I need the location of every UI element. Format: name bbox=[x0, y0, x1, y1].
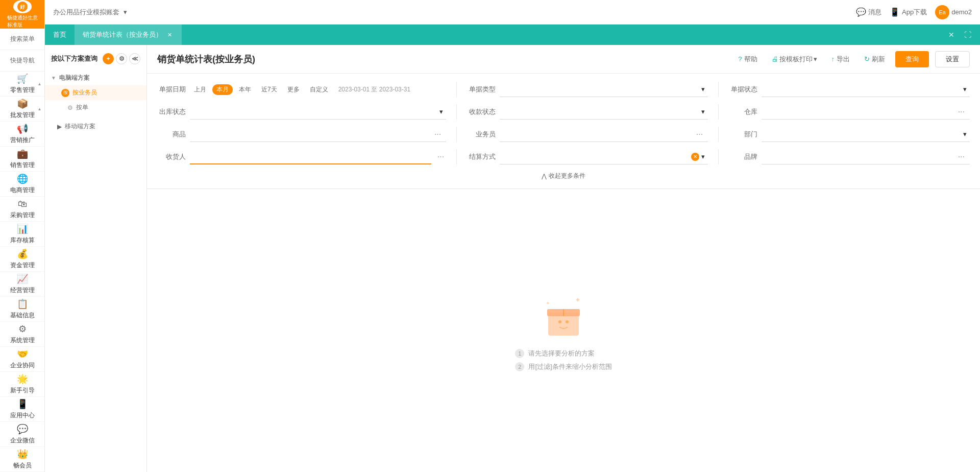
message-label: 消息 bbox=[868, 8, 881, 17]
refresh-btn[interactable]: ↻ 刷新 bbox=[860, 53, 889, 66]
goods-select[interactable]: ··· bbox=[190, 127, 446, 142]
date-tabs: 上月 本月 本年 近7天 更多 自定义 bbox=[190, 84, 332, 95]
sidebar-item-label-member: 畅会员 bbox=[13, 461, 32, 470]
filter-doc-status: 单据状态 ▾ bbox=[729, 82, 970, 97]
panel-node-order[interactable]: ⚙ 按单 bbox=[45, 100, 146, 115]
export-btn[interactable]: ↑ 导出 bbox=[827, 53, 854, 66]
panel-add-btn[interactable]: + bbox=[103, 53, 114, 64]
sidebar-item-finance[interactable]: 💰 资金管理 bbox=[0, 247, 45, 272]
settlement-clear-btn[interactable]: ✕ bbox=[691, 153, 699, 161]
tab-close-icon[interactable]: ✕ bbox=[165, 31, 174, 39]
user-profile[interactable]: Ea demo2 bbox=[935, 5, 972, 19]
doc-type-select[interactable]: ▾ bbox=[500, 82, 708, 97]
date-tab-thismonth[interactable]: 本月 bbox=[212, 84, 233, 95]
date-tab-7days[interactable]: 近7天 bbox=[257, 84, 281, 95]
sidebar-item-inventory[interactable]: 📊 库存核算 bbox=[0, 222, 45, 247]
section-arrow-right-icon: ▶ bbox=[57, 123, 62, 130]
sidebar-search[interactable]: 搜索菜单 bbox=[0, 29, 45, 50]
divider6 bbox=[718, 127, 719, 142]
date-tab-lastmonth[interactable]: 上月 bbox=[190, 84, 210, 95]
sidebar-item-newbie[interactable]: 🌟 新手引导 bbox=[0, 372, 45, 397]
sidebar-item-system[interactable]: ⚙ 系统管理 bbox=[0, 322, 45, 347]
app-logo: 好 畅捷通好生意标准版 bbox=[0, 0, 45, 29]
out-status-select[interactable]: ▾ bbox=[190, 104, 446, 120]
recipient-input[interactable] bbox=[190, 149, 431, 164]
date-tab-custom[interactable]: 自定义 bbox=[306, 84, 332, 95]
collapse-more-btn[interactable]: ⋀ 收起更多条件 bbox=[157, 172, 970, 180]
date-tab-thisyear[interactable]: 本年 bbox=[235, 84, 255, 95]
filter-doc-type: 单据类型 ▾ bbox=[467, 82, 708, 97]
sidebar-item-management[interactable]: 📈 经营管理 bbox=[0, 272, 45, 297]
panel-header-title: 按以下方案查询 bbox=[51, 54, 97, 63]
date-tab-more[interactable]: 更多 bbox=[283, 84, 304, 95]
divider3 bbox=[456, 104, 457, 120]
settings-button[interactable]: 设置 bbox=[935, 51, 970, 67]
empty-icon: ✦ ✦ bbox=[538, 290, 589, 341]
dropdown-icon[interactable]: ▾ bbox=[124, 8, 127, 16]
sidebar-item-wholesale[interactable]: 📦 批发管理 bbox=[0, 97, 45, 122]
app-download-btn[interactable]: 📱 App下载 bbox=[890, 7, 927, 17]
tip-text-2: 用[过滤]条件来缩小分析范围 bbox=[528, 362, 611, 371]
tab-sales-report[interactable]: 销货单统计表（按业务员） ✕ bbox=[75, 25, 182, 45]
settlement-select[interactable]: ✕ ▾ bbox=[500, 149, 708, 164]
tip-num-1: 1 bbox=[515, 349, 524, 358]
help-btn[interactable]: ? 帮助 bbox=[734, 53, 761, 66]
search-label: 搜索菜单 bbox=[10, 35, 35, 43]
system-icon: ⚙ bbox=[18, 323, 27, 335]
salesperson-dots-icon[interactable]: ··· bbox=[694, 130, 705, 139]
newbie-icon: 🌟 bbox=[17, 373, 28, 385]
ecommerce-icon: 🌐 bbox=[17, 173, 28, 184]
sidebar-item-basic-info[interactable]: 📋 基础信息 bbox=[0, 297, 45, 322]
sidebar-item-marketing[interactable]: 📢 营销推广 bbox=[0, 122, 45, 147]
goods-dots-icon[interactable]: ··· bbox=[432, 130, 443, 139]
sidebar-item-label-inventory: 库存核算 bbox=[10, 236, 35, 245]
avatar: Ea bbox=[935, 5, 949, 19]
sidebar-item-purchase[interactable]: 🛍 采购管理 bbox=[0, 197, 45, 222]
doc-status-select[interactable]: ▾ bbox=[762, 82, 970, 97]
sidebar-item-wechat[interactable]: 💬 企业微信 bbox=[0, 422, 45, 447]
doc-type-label: 单据类型 bbox=[467, 85, 496, 94]
brand-select[interactable]: ··· bbox=[762, 149, 970, 164]
salesperson-select[interactable]: ··· bbox=[500, 127, 708, 142]
order-node-icon: ⚙ bbox=[67, 104, 73, 111]
panel-node-order-label: 按单 bbox=[76, 103, 88, 112]
message-btn[interactable]: 💬 消息 bbox=[856, 7, 881, 17]
filter-row-2: 出库状态 ▾ 收款状态 ▾ bbox=[157, 104, 970, 120]
brand-dots-icon[interactable]: ··· bbox=[956, 152, 967, 161]
sidebar-item-label-sales: 销售管理 bbox=[10, 161, 35, 170]
warehouse-select[interactable]: ··· bbox=[762, 104, 970, 120]
panel-settings-btn[interactable]: ⚙ bbox=[116, 53, 127, 64]
window-expand-btn[interactable]: ⛶ bbox=[962, 29, 974, 41]
sidebar-item-sales[interactable]: 💼 销售管理 bbox=[0, 147, 45, 172]
department-select[interactable]: ▾ bbox=[762, 127, 970, 142]
print-btn[interactable]: 🖨 按模板打印 ▾ bbox=[768, 53, 821, 66]
panel-section-desktop: ▼ 电脑端方案 按 按业务员 ⚙ 按单 bbox=[45, 68, 146, 117]
panel-collapse-btn[interactable]: ≪ bbox=[129, 53, 140, 64]
filter-receipt-status: 收款状态 ▾ bbox=[467, 104, 708, 120]
svg-text:好: 好 bbox=[19, 4, 26, 10]
receipt-status-label: 收款状态 bbox=[467, 107, 496, 116]
receipt-status-select[interactable]: ▾ bbox=[500, 104, 708, 120]
sidebar: 好 畅捷通好生意标准版 搜索菜单 快捷导航 🛒 零售管理 📦 批发管理 📢 营销… bbox=[0, 0, 45, 472]
settlement-label: 结算方式 bbox=[467, 152, 496, 161]
panel-section-desktop-header[interactable]: ▼ 电脑端方案 bbox=[45, 70, 146, 85]
date-label: 单据日期 bbox=[157, 85, 186, 94]
wechat-icon: 💬 bbox=[17, 423, 28, 435]
sidebar-quick[interactable]: 快捷导航 bbox=[0, 50, 45, 72]
window-close-btn[interactable]: ✕ bbox=[945, 29, 958, 41]
doc-status-dropdown-icon: ▾ bbox=[963, 85, 967, 93]
tab-home[interactable]: 首页 bbox=[45, 25, 75, 45]
sidebar-item-enterprise[interactable]: 🤝 企业协同 bbox=[0, 347, 45, 372]
panel-node-salesperson[interactable]: 按 按业务员 bbox=[45, 85, 146, 100]
warehouse-dots-icon[interactable]: ··· bbox=[956, 107, 967, 116]
panel-section-mobile-header[interactable]: ▶ 移动端方案 bbox=[45, 119, 146, 134]
section-arrow-down-icon: ▼ bbox=[51, 75, 56, 81]
sidebar-item-app-center[interactable]: 📱 应用中心 bbox=[0, 397, 45, 422]
sidebar-item-member[interactable]: 👑 畅会员 bbox=[0, 447, 45, 472]
sidebar-item-ecommerce[interactable]: 🌐 电商管理 bbox=[0, 172, 45, 197]
filter-row-4: 收货人 ··· 结算方式 ✕ ▾ bbox=[157, 149, 970, 164]
print-label: 按模板打印 bbox=[779, 55, 813, 64]
sidebar-item-retail[interactable]: 🛒 零售管理 bbox=[0, 72, 45, 97]
query-button[interactable]: 查询 bbox=[895, 51, 929, 67]
recipient-dots-icon[interactable]: ··· bbox=[435, 152, 446, 161]
